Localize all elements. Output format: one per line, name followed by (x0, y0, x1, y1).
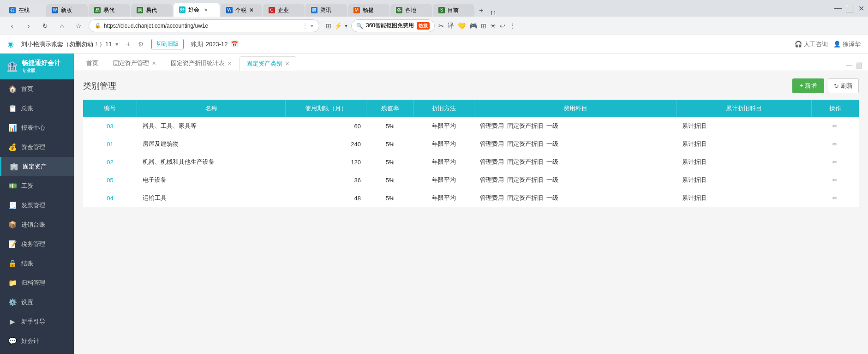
period-value: 2023-12 (206, 41, 228, 48)
page-title-bar: 类别管理 + 新增 ↻ 刷新 (83, 78, 859, 93)
logo-title: 畅捷通好会计 (22, 59, 60, 67)
row3-edit-button[interactable]: ✏ (832, 159, 838, 166)
browser-tab-changjun[interactable]: M 畅提 (348, 4, 389, 17)
tab-minimize-icon[interactable]: — (846, 62, 852, 69)
browser-tab-close-active[interactable]: ✕ (204, 7, 208, 12)
user-profile-button[interactable]: 👤 徐泽华 (833, 40, 861, 48)
col-header-name: 名称 (137, 100, 286, 117)
back-button[interactable]: ‹ (6, 19, 18, 32)
tab-asset-category-close[interactable]: ✕ (285, 61, 289, 67)
row4-method: 年限平均 (413, 171, 474, 189)
row5-period: 48 (286, 189, 366, 207)
old-version-button[interactable]: 切到旧版 (151, 39, 184, 49)
browser-tab-online[interactable]: 在 在线 (4, 4, 45, 17)
browser-tab-gedi[interactable]: 各 各地 (390, 4, 432, 17)
browser-tab-tencent[interactable]: 腾 腾讯 (305, 4, 347, 17)
browser-tab-enterprise[interactable]: C 企业 (263, 4, 305, 17)
sidebar-label-salary: 工资 (21, 182, 33, 190)
row4-accum: 累计折旧 (676, 171, 811, 189)
refresh-button[interactable]: ↻ 刷新 (828, 78, 859, 93)
sidebar-item-purchase-sale[interactable]: 📦 进销台账 (0, 215, 74, 234)
app-container: 🏦 畅捷通好会计 专业版 🏠 首页 📋 总账 📊 报表中心 💰 资金管理 🏢 固… (0, 54, 868, 354)
account-dropdown-icon[interactable]: ▾ (115, 41, 119, 48)
row2-edit-button[interactable]: ✏ (832, 141, 838, 148)
wallet-icon[interactable]: 💛 (458, 22, 466, 30)
main-content: 首页 固定资产管理 ✕ 固定资产折旧统计表 ✕ 固定资产类别 ✕ — ⬜ (74, 54, 868, 354)
row5-edit-button[interactable]: ✏ (832, 195, 838, 202)
tab-maximize-icon[interactable]: ⬜ (856, 62, 862, 69)
grid-icon[interactable]: ⊞ (481, 22, 486, 30)
sidebar-item-settings[interactable]: ⚙️ 设置 (0, 293, 74, 312)
forward-button[interactable]: › (22, 19, 35, 32)
browser-toolbar: ‹ › ↻ ⌂ ☆ 🔒 https://cloud.chanjet.com/ac… (0, 17, 868, 35)
sidebar-item-settlement[interactable]: 🔒 结账 (0, 254, 74, 273)
tab-home[interactable]: 首页 (79, 56, 105, 71)
tab-fixed-assets-mgmt-label: 固定资产管理 (113, 59, 149, 67)
username-label: 徐泽华 (843, 40, 861, 48)
browser-tab-yidai1[interactable]: 易 易代 (89, 4, 130, 17)
extensions-icon[interactable]: ⊞ (326, 22, 331, 30)
sidebar-label-capital: 资金管理 (21, 143, 45, 151)
row4-edit-button[interactable]: ✏ (832, 177, 838, 184)
close-window-button[interactable]: ✕ (858, 4, 864, 13)
new-tab-button[interactable]: + (475, 5, 487, 17)
browser-tab-yidai2[interactable]: 易 易代 (131, 4, 173, 17)
home-button[interactable]: ⌂ (55, 19, 68, 32)
row1-name: 器具、工具、家具等 (137, 117, 286, 135)
tab-asset-category[interactable]: 固定资产类别 ✕ (239, 56, 296, 71)
address-dropdown-icon[interactable]: ▾ (345, 23, 347, 29)
account-info: 刘小艳演示账套（勿删勿动！）11 ▾ (21, 40, 119, 48)
menu-icon[interactable]: ⋮ (509, 22, 515, 30)
search-box[interactable]: 🔍 360智能抠图免费用 热搜 (351, 19, 435, 32)
sidebar-item-archive[interactable]: 📁 归档管理 (0, 273, 74, 293)
row3-residual: 5% (366, 153, 413, 171)
browser-tab-tax[interactable]: W 个税 ✕ (221, 4, 262, 17)
reload-button[interactable]: ↻ (39, 19, 52, 32)
row1-method: 年限平均 (413, 117, 474, 135)
undo-icon[interactable]: ↩ (500, 22, 505, 30)
data-table: 编号 名称 使用期限（月） 残值率 折旧方法 费用科目 累计折旧科目 操作 03 (83, 100, 859, 207)
tab-fixed-assets-mgmt[interactable]: 固定资产管理 ✕ (106, 56, 163, 71)
table-header-row: 编号 名称 使用期限（月） 残值率 折旧方法 费用科目 累计折旧科目 操作 (83, 100, 859, 117)
dropdown-icon[interactable]: ▾ (311, 23, 313, 29)
row2-method: 年限平均 (413, 135, 474, 153)
sidebar-item-fixed-assets[interactable]: 🏢 固定资产 (0, 157, 74, 176)
browser-tab-new[interactable]: W 新版 (46, 4, 88, 17)
calendar-icon[interactable]: 📅 (231, 41, 238, 48)
scissors-icon[interactable]: ✂ (438, 22, 444, 30)
sidebar-item-capital[interactable]: 💰 资金管理 (0, 138, 74, 157)
customer-service-button[interactable]: 🎧 人工咨询 (795, 40, 828, 48)
sidebar-item-feedback[interactable]: 💬 好会计 (0, 331, 74, 351)
settings-icon: ⚙️ (8, 298, 17, 306)
minimize-button[interactable]: — (834, 4, 842, 12)
tab-fixed-assets-mgmt-close[interactable]: ✕ (152, 60, 156, 66)
address-bar[interactable]: 🔒 https://cloud.chanjet.com/accounting/u… (89, 19, 319, 32)
browser-tab-close-tax[interactable]: ✕ (249, 7, 254, 13)
row1-period: 60 (286, 117, 366, 135)
tab-depreciation-stats[interactable]: 固定资产折旧统计表 ✕ (164, 56, 239, 71)
maximize-button[interactable]: ⬜ (845, 4, 855, 13)
purchase-sale-icon: 📦 (8, 221, 17, 229)
sidebar-item-home[interactable]: 🏠 首页 (0, 79, 74, 99)
sidebar-label-ledger: 总账 (21, 104, 33, 113)
sidebar-item-guide[interactable]: ▶ 新手引导 (0, 312, 74, 331)
row2-code: 01 (83, 135, 137, 153)
add-button[interactable]: + 新增 (792, 78, 824, 93)
brightness-icon[interactable]: ☀ (490, 22, 496, 30)
sidebar-item-invoice[interactable]: 🧾 发票管理 (0, 196, 74, 215)
add-account-icon[interactable]: + (126, 40, 130, 48)
sidebar-item-reports[interactable]: 📊 报表中心 (0, 118, 74, 138)
bookmark-button[interactable]: ☆ (72, 19, 85, 32)
game-icon[interactable]: 🎮 (469, 22, 477, 30)
browser-tab-current[interactable]: S 目前 (433, 4, 474, 17)
translate-icon[interactable]: 译 (448, 22, 454, 30)
browser-tab-haokuai[interactable]: 好 好会 ✕ (174, 3, 220, 17)
sidebar-item-tax[interactable]: 📝 税务管理 (0, 234, 74, 254)
content-area: 类别管理 + 新增 ↻ 刷新 编号 名称 使用期限（月） 残值率 (74, 71, 868, 354)
tab-depreciation-stats-close[interactable]: ✕ (227, 60, 232, 66)
settings-small-icon[interactable]: ⚙ (138, 41, 144, 48)
sidebar-item-salary[interactable]: 💵 工资 (0, 176, 74, 196)
sidebar-item-ledger[interactable]: 📋 总账 (0, 99, 74, 118)
lightning-icon[interactable]: ⚡ (334, 22, 342, 30)
row1-edit-button[interactable]: ✏ (832, 123, 838, 130)
